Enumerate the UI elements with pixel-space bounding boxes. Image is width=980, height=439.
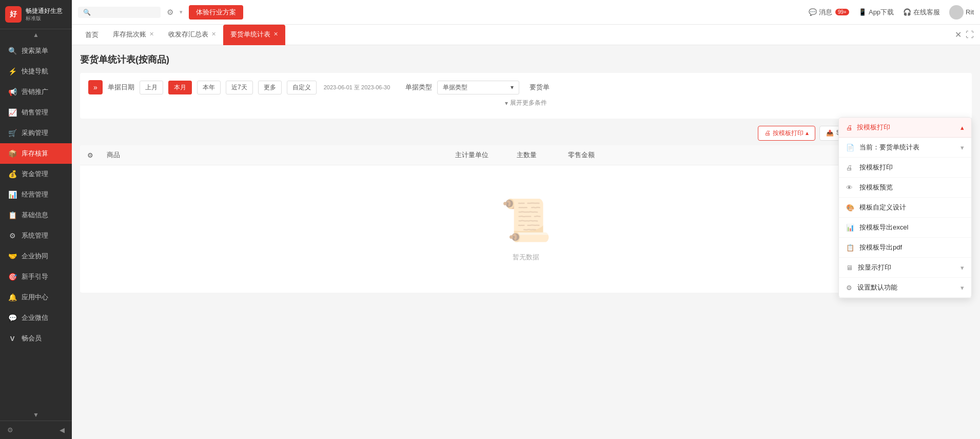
search-input[interactable] — [94, 9, 155, 16]
sidebar-item-finance[interactable]: 💰 资金管理 — [0, 164, 72, 184]
guide-icon: 🎯 — [7, 273, 17, 281]
dropdown-header[interactable]: 🖨 按模板打印 ▴ — [839, 118, 971, 138]
date-btn-last-month[interactable]: 上月 — [140, 81, 163, 94]
date-btn-7days[interactable]: 近7天 — [226, 81, 253, 94]
page-title: 要货单统计表(按商品) — [80, 53, 972, 66]
print-template-btn[interactable]: 🖨 按模板打印 ▴ — [758, 126, 815, 141]
print-item-icon: 🖨 — [846, 164, 854, 171]
tab-maximize-btn[interactable]: ⛶ — [966, 30, 974, 40]
date-range-display: 2023-06-01 至 2023-06-30 — [324, 84, 390, 91]
sidebar-item-search[interactable]: 🔍 搜索菜单 — [0, 41, 72, 61]
dropdown-arrow-icon[interactable]: ▾ — [180, 9, 183, 15]
dropdown-set-default[interactable]: ⚙ 设置默认功能 ▾ — [839, 278, 971, 298]
topbar: 🔍 ⚙ ▾ 体验行业方案 💬 消息 99+ 📱 App下载 🎧 在线客服 Rit — [72, 0, 980, 25]
search-box[interactable]: 🔍 — [78, 7, 161, 18]
sidebar-item-vip[interactable]: V 畅会员 — [0, 328, 72, 349]
sidebar-item-purchase[interactable]: 🛒 采购管理 — [0, 123, 72, 143]
settings-gear-icon[interactable]: ⚙ — [167, 8, 173, 17]
sidebar-item-guide[interactable]: 🎯 新手引导 — [0, 266, 72, 287]
template-preview-label: 按模板预览 — [859, 183, 893, 192]
content-area: 要货单统计表(按商品) » 单据日期 上月 本月 本年 近7天 更多 自定义 2… — [72, 45, 980, 439]
dropdown-header-left: 🖨 按模板打印 — [846, 123, 890, 132]
date-btn-custom[interactable]: 自定义 — [287, 81, 317, 94]
sidebar-item-label: 采购管理 — [22, 128, 48, 138]
sidebar-item-label: 经营管理 — [22, 190, 48, 199]
finance-icon: 💰 — [7, 170, 17, 178]
tab-close-icon[interactable]: ✕ — [211, 31, 216, 37]
dropdown-display-left: 🖥 按显示打印 — [846, 263, 891, 272]
sidebar-item-inventory[interactable]: 📦 库存核算 — [0, 143, 72, 164]
sidebar-nav: 🔍 搜索菜单 ⚡ 快捷导航 📢 营销推广 📈 销售管理 🛒 采购管理 📦 库存核… — [0, 41, 72, 409]
empty-text: 暂无数据 — [513, 253, 539, 262]
display-item-icon: 🖥 — [846, 264, 853, 272]
scroll-down-btn[interactable]: ▼ — [0, 409, 72, 421]
sidebar-item-label: 新手引导 — [22, 272, 48, 281]
dropdown-template-print[interactable]: 🖨 按模板打印 — [839, 158, 971, 178]
collapse-icon[interactable]: ◀ — [60, 426, 65, 434]
search-icon: 🔍 — [83, 9, 91, 16]
scroll-up-btn[interactable]: ▲ — [0, 29, 72, 41]
sidebar-item-wxwork[interactable]: 💬 企业微信 — [0, 308, 72, 328]
user-avatar-area[interactable]: Rit — [949, 5, 974, 20]
col-settings[interactable]: ⚙ — [80, 150, 101, 160]
message-icon: 💬 — [809, 8, 817, 16]
online-service-btn[interactable]: 🎧 在线客服 — [903, 8, 940, 17]
dropdown-template-preview[interactable]: 👁 按模板预览 — [839, 178, 971, 198]
print-header-icon: 🖨 — [846, 124, 853, 131]
settings-icon[interactable]: ⚙ — [7, 426, 13, 434]
expand-more-label: 展开更多条件 — [510, 99, 547, 107]
date-btn-more[interactable]: 更多 — [258, 81, 282, 94]
tab-home[interactable]: 首页 — [78, 25, 106, 45]
tab-label: 库存批次账 — [113, 30, 146, 39]
tab-receipts[interactable]: 收发存汇总表 ✕ — [161, 25, 223, 45]
sidebar-item-operation[interactable]: 📊 经营管理 — [0, 184, 72, 205]
dropdown-current-template[interactable]: 📄 当前：要货单统计表 ▾ — [839, 138, 971, 158]
date-label: 单据日期 — [108, 83, 134, 92]
date-btn-this-year[interactable]: 本年 — [197, 81, 221, 94]
sidebar-item-collab[interactable]: 🤝 企业协同 — [0, 246, 72, 266]
tab-close-window-btn[interactable]: ✕ — [955, 30, 962, 40]
chevron-down-icon: ▾ — [961, 284, 964, 292]
online-service-label: 在线客服 — [913, 8, 940, 17]
excel-item-icon: 📊 — [846, 224, 854, 232]
tab-close-active-icon[interactable]: ✕ — [273, 31, 278, 37]
app-download-btn[interactable]: 📱 App下载 — [858, 8, 894, 17]
avatar — [949, 5, 964, 20]
filter-card: » 单据日期 上月 本月 本年 近7天 更多 自定义 2023-06-01 至 … — [80, 73, 972, 119]
type-select[interactable]: 单据类型 ▾ — [437, 81, 519, 94]
appstore-icon: 🔔 — [7, 293, 17, 301]
print-dropdown-menu: 🖨 按模板打印 ▴ 📄 当前：要货单统计表 ▾ 🖨 按模板打印 👁 按模板预览 — [838, 117, 972, 298]
app-download-icon: 📱 — [858, 8, 867, 16]
app-download-label: App下载 — [869, 8, 894, 17]
dropdown-template-design[interactable]: 🎨 模板自定义设计 — [839, 198, 971, 218]
sidebar-item-system[interactable]: ⚙ 系统管理 — [0, 225, 72, 246]
chevron-up-icon: ▴ — [961, 124, 964, 131]
tab-batch[interactable]: 库存批次账 ✕ — [106, 25, 161, 45]
dropdown-template-pdf[interactable]: 📋 按模板导出pdf — [839, 238, 971, 258]
empty-illustration: 📜 — [500, 196, 552, 244]
date-btn-this-month[interactable]: 本月 — [168, 81, 192, 94]
chevron-down-icon: ▾ — [961, 264, 964, 272]
tab-order-stats[interactable]: 要货单统计表 ✕ — [223, 25, 285, 45]
chevron-down-icon: ▾ — [961, 144, 964, 151]
sidebar-logo: 好 畅捷通好生意 标准版 — [0, 0, 72, 29]
main-area: 🔍 ⚙ ▾ 体验行业方案 💬 消息 99+ 📱 App下载 🎧 在线客服 Rit — [72, 0, 980, 439]
sidebar-item-base[interactable]: 📋 基础信息 — [0, 205, 72, 225]
filter-expand-btn[interactable]: » — [88, 80, 103, 94]
sidebar-item-marketing[interactable]: 📢 营销推广 — [0, 82, 72, 102]
trial-btn[interactable]: 体验行业方案 — [189, 5, 243, 20]
dropdown-display-print[interactable]: 🖥 按显示打印 ▾ — [839, 258, 971, 278]
messages-btn[interactable]: 💬 消息 99+ — [809, 8, 849, 17]
goods-label: 要货单 — [530, 83, 550, 92]
expand-more-btn[interactable]: ▾ 展开更多条件 — [88, 94, 964, 111]
dropdown-template-excel[interactable]: 📊 按模板导出excel — [839, 218, 971, 238]
tab-close-icon[interactable]: ✕ — [149, 31, 154, 37]
sidebar-item-sales[interactable]: 📈 销售管理 — [0, 102, 72, 123]
sidebar-footer: ⚙ ◀ — [0, 421, 72, 439]
sidebar-item-shortcut[interactable]: ⚡ 快捷导航 — [0, 61, 72, 82]
tab-label: 收发存汇总表 — [168, 30, 208, 39]
sidebar-item-label: 资金管理 — [22, 169, 48, 179]
sidebar-item-appstore[interactable]: 🔔 应用中心 — [0, 287, 72, 308]
set-default-label: 设置默认功能 — [857, 283, 897, 292]
chevron-up-icon: ▴ — [806, 129, 809, 137]
